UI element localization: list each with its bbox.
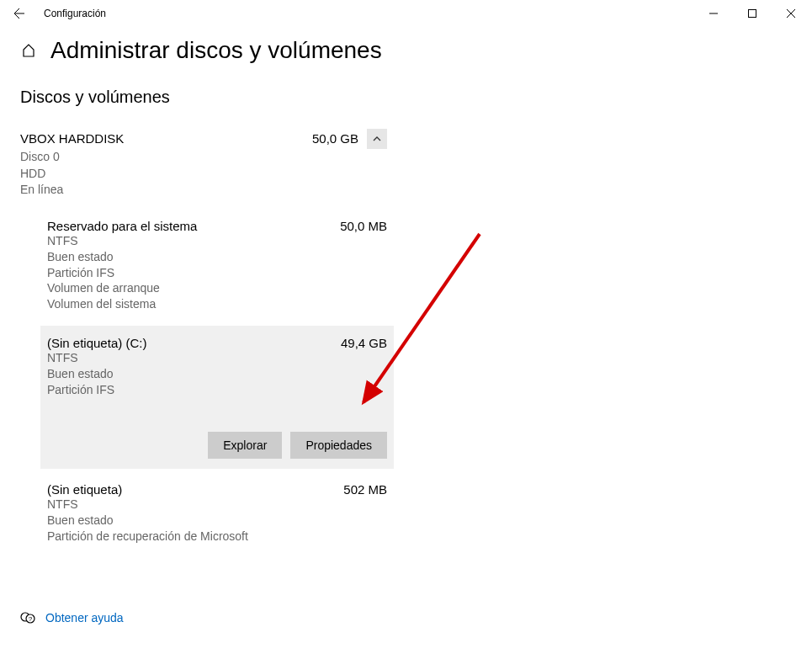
section-title: Discos y volúmenes [20,88,792,107]
volume-fs: NTFS [47,350,337,366]
svg-text:?: ? [29,615,33,623]
disk-name: VBOX HARDDISK [20,131,308,146]
chevron-up-icon [372,134,382,144]
explore-button[interactable]: Explorar [208,432,282,459]
volume-health: Buen estado [47,249,337,265]
arrow-left-icon [13,7,26,20]
help-link[interactable]: Obtener ayuda [45,611,124,624]
volume-size: 502 MB [337,482,387,545]
volume-extra: Volumen del sistema [47,296,337,312]
volume-item[interactable]: Reservado para el sistema NTFS Buen esta… [47,219,387,312]
volume-partition: Partición de recuperación de Microsoft [47,529,337,545]
disk-label: Disco 0 [20,149,792,166]
volume-extra: Volumen de arranque [47,280,337,296]
minimize-button[interactable] [694,0,733,27]
volume-partition: Partición IFS [47,382,337,398]
help-icon: ? [20,610,35,625]
volume-health: Buen estado [47,513,337,529]
properties-button[interactable]: Propiedades [290,432,387,459]
volume-name: Reservado para el sistema [47,219,337,233]
volume-health: Buen estado [47,366,337,382]
volume-partition: Partición IFS [47,265,337,281]
volume-fs: NTFS [47,233,337,249]
maximize-icon [748,9,756,18]
disk-size: 50,0 GB [308,131,358,146]
volume-item-selected[interactable]: (Sin etiqueta) (C:) NTFS Buen estado Par… [40,326,394,469]
volume-name: (Sin etiqueta) (C:) [47,336,337,350]
back-button[interactable] [2,0,37,27]
window-title: Configuración [44,8,106,19]
minimize-icon [709,9,718,18]
volume-size: 50,0 MB [337,219,387,312]
volume-name: (Sin etiqueta) [47,482,337,497]
maximize-button[interactable] [733,0,772,27]
close-icon [787,9,795,18]
collapse-button[interactable] [367,129,387,149]
home-button[interactable] [20,42,37,59]
disk-type: HDD [20,166,792,183]
close-button[interactable] [772,0,810,27]
volume-item[interactable]: (Sin etiqueta) NTFS Buen estado Partició… [47,482,387,545]
home-icon [21,43,36,58]
volume-fs: NTFS [47,497,337,513]
disk-status: En línea [20,182,792,199]
volume-size: 49,4 GB [337,336,387,398]
page-title: Administrar discos y volúmenes [50,37,382,64]
svg-rect-0 [749,10,756,18]
disk-item: VBOX HARDDISK 50,0 GB Disco 0 HDD En lín… [20,127,792,199]
